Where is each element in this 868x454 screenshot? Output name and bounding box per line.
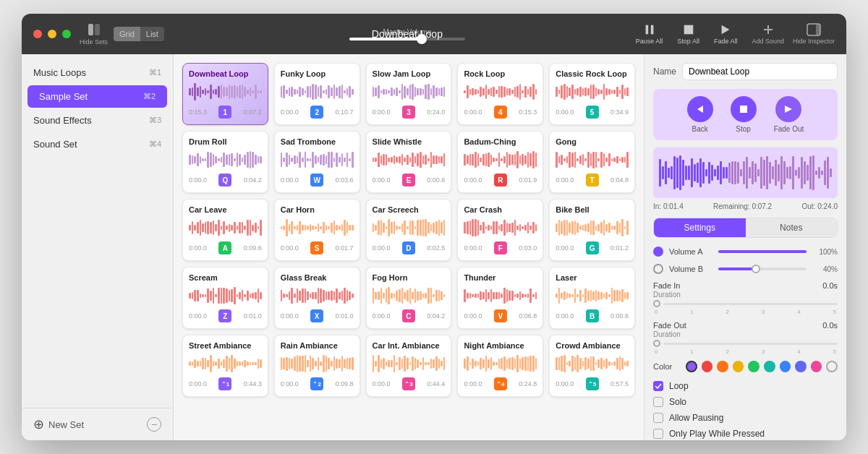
sidebar-sound-effects-label: Sound Effects [33,115,92,126]
hide-inspector-button[interactable]: Hide Inspector [793,23,835,45]
waveform-7 [373,149,446,171]
color-teal[interactable] [764,361,775,372]
sound-card-12[interactable]: Car Screech 0:00.0 D 0:02.5 [366,199,452,261]
settings-tab[interactable]: Settings [654,218,746,237]
waveform-bars-6 [281,149,354,171]
waveform-bars-17 [373,285,446,307]
sound-card-footer-21: 0:00.0 ⌃2 0:09.8 [281,377,354,390]
color-red[interactable] [702,361,713,372]
inspector-fadeout-button[interactable]: Fade Out [774,96,804,133]
stop-label: Stop [736,125,751,133]
sound-card-title-4: Classic Rock Loop [556,69,629,78]
sound-card-21[interactable]: Rain Ambiance 0:00.0 ⌃2 0:09.8 [274,335,360,397]
sound-card-16[interactable]: Glass Break 0:00.0 X 0:01.0 [274,267,360,329]
sidebar-item-sample-set[interactable]: Sample Set ⌘2 [27,85,167,108]
notes-tab[interactable]: Notes [746,218,838,237]
color-none[interactable] [826,361,838,372]
sound-card-23[interactable]: Night Ambiance 0:00.0 ⌃4 0:24.8 [457,335,543,397]
sound-card-title-3: Rock Loop [464,69,537,78]
volume-a-radio[interactable] [653,247,663,257]
volume-b-radio[interactable] [653,264,663,274]
waveform-9 [556,149,629,171]
loop-checkbox[interactable] [653,381,663,391]
sound-card-title-13: Car Crash [464,205,537,214]
solo-checkbox[interactable] [653,397,663,407]
color-blue[interactable] [780,361,791,372]
duration-display-11: 0:01.7 [336,244,354,252]
sound-card-0[interactable]: Downbeat Loop 0:15.3 1 0:07.2 [182,63,268,125]
maximize-button[interactable] [62,30,71,38]
fade-in-thumb[interactable] [653,300,660,307]
list-view-button[interactable]: List [140,27,164,41]
new-set-plus-icon: ⊕ [33,418,44,431]
fade-all-button[interactable]: Fade All [714,23,738,45]
sound-card-19[interactable]: Laser 0:00.0 B 0:00.6 [549,267,635,329]
fade-out-track[interactable] [663,343,838,345]
color-indigo[interactable] [795,361,807,372]
sound-card-15[interactable]: Scream 0:00.0 Z 0:01.0 [182,267,268,329]
fade-out-thumb[interactable] [653,340,660,347]
sound-card-6[interactable]: Sad Trombone 0:00.0 W 0:03.6 [274,131,360,193]
fade-out-label: Fade Out [653,321,686,330]
sidebar-bottom: ⊕ New Set − [22,408,173,440]
preview-bar-34 [757,169,760,176]
preview-bar-46 [792,156,794,189]
sound-card-2[interactable]: Slow Jam Loop 0:00.0 3 0:24.0 [366,63,452,125]
sound-card-24[interactable]: Crowd Ambiance 0:00.0 ⌃5 0:57.5 [549,335,635,397]
close-button[interactable] [33,30,42,38]
sound-card-8[interactable]: Badum-Ching 0:00.0 R 0:01.9 [457,131,543,193]
allow-pausing-checkbox[interactable] [653,413,663,423]
sound-card-9[interactable]: Gong 0:00.0 T 0:04.8 [549,131,635,193]
sound-card-4[interactable]: Classic Rock Loop 0:00.0 5 0:34.9 [549,63,635,125]
volume-a-slider[interactable] [718,250,807,253]
sound-card-11[interactable]: Car Horn 0:00.0 S 0:01.7 [274,199,360,261]
sound-card-14[interactable]: Bike Bell 0:00.0 G 0:01.2 [549,199,635,261]
preview-bar-41 [778,164,780,181]
time-display-10: 0:00.0 [189,244,207,252]
sound-card-20[interactable]: Street Ambiance 0:00.0 ⌃1 0:44.3 [182,335,268,397]
new-set-button[interactable]: ⊕ New Set [33,418,84,431]
key-badge-13: F [494,241,507,254]
color-yellow[interactable] [733,361,744,372]
color-green[interactable] [748,361,760,372]
sound-card-7[interactable]: Slide Whistle 0:00.0 E 0:00.6 [366,131,452,193]
only-play-checkbox[interactable] [653,429,663,439]
fade-out-slider-row [653,340,838,347]
stop-all-button[interactable]: Stop All [677,23,699,45]
sound-card-17[interactable]: Fog Horn 0:00.0 C 0:04.2 [366,267,452,329]
inspector-stop-button[interactable]: Stop [731,96,757,133]
grid-view-button[interactable]: Grid [114,27,140,41]
volume-a-row: Volume A 100% [653,247,838,257]
sidebar-item-sound-effects[interactable]: Sound Effects ⌘3 [27,109,167,132]
fade-in-track[interactable] [663,303,838,305]
sound-card-5[interactable]: Drum Roll 0:00.0 Q 0:04.2 [182,131,268,193]
inspector-back-button[interactable]: Back [687,96,713,133]
allow-pausing-row: Allow Pausing [653,413,838,423]
duration-display-4: 0:34.9 [610,108,629,116]
color-purple[interactable] [686,361,697,372]
sidebar-item-sound-set[interactable]: Sound Set ⌘4 [27,133,167,155]
sound-card-10[interactable]: Car Leave 0:00.0 A 0:09.6 [182,199,268,261]
pause-all-button[interactable]: Pause All [636,23,663,45]
sound-card-1[interactable]: Funky Loop 0:00.0 2 0:10.7 [274,63,360,125]
sound-card-13[interactable]: Car Crash 0:00.0 F 0:03.0 [457,199,543,261]
key-badge-6: W [310,174,323,187]
sound-card-22[interactable]: Car Int. Ambiance 0:00.0 ⌃3 0:44.4 [366,335,452,397]
minimize-button[interactable] [48,30,56,38]
add-sound-button[interactable]: Add Sound [752,23,784,45]
waveform-bars-23 [464,353,537,374]
sound-card-footer-4: 0:00.0 5 0:34.9 [556,106,629,119]
sound-card-title-9: Gong [556,137,629,146]
color-orange[interactable] [717,361,728,372]
hide-sets-button[interactable]: Hide Sets [80,22,108,46]
time-display-18: 0:00.0 [464,312,482,320]
sidebar-item-music-loops[interactable]: Music Loops ⌘1 [27,61,167,84]
sound-card-18[interactable]: Thunder 0:00.0 V 0:06.8 [457,267,543,329]
preview-bar-2 [665,161,667,184]
color-pink[interactable] [811,361,822,372]
sound-card-3[interactable]: Rock Loop 0:00.0 4 0:15.3 [457,63,543,125]
inspector-name-input[interactable] [682,63,838,80]
time-display-5: 0:00.0 [189,176,207,184]
volume-b-slider[interactable] [718,267,807,270]
remove-set-button[interactable]: − [147,417,161,432]
